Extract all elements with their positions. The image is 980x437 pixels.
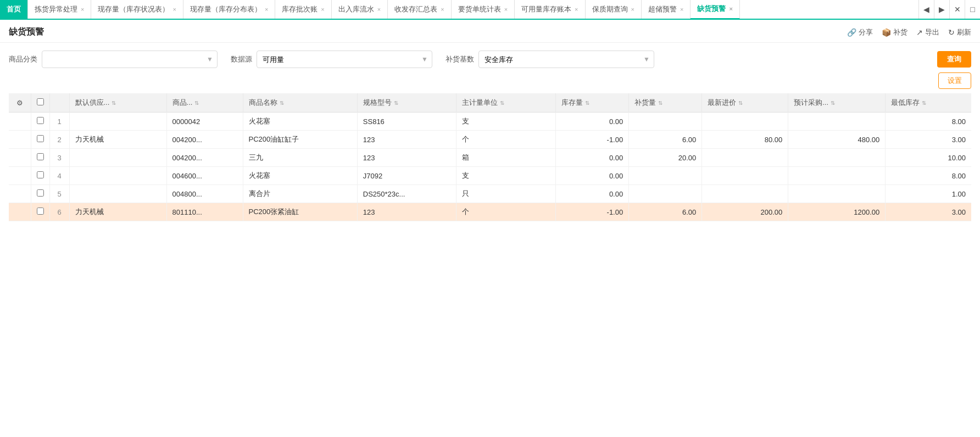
page-title: 缺货预警: [9, 26, 847, 38]
header-actions: 🔗 分享 📦 补货 ↗ 导出 ↻ 刷新: [847, 27, 971, 37]
cell-spec-4: DS250*23c...: [357, 185, 456, 203]
select-all-checkbox[interactable]: [37, 98, 44, 105]
filter-area: 商品分类 ▼ 数据源 可用量 ▼ 补货基数 安全库存: [0, 43, 980, 70]
tab-next-button[interactable]: ▶: [934, 0, 949, 19]
row-checkbox-2[interactable]: [31, 149, 49, 167]
row-checkbox-0[interactable]: [31, 113, 49, 131]
checkbox-input-1[interactable]: [37, 135, 44, 142]
column-header-unit[interactable]: 主计量单位⇅: [456, 93, 556, 113]
checkbox-input-2[interactable]: [37, 153, 44, 160]
tab-shortage_warning[interactable]: 缺货预警 ×: [691, 0, 739, 19]
column-header-latest-price[interactable]: 最新进价⇅: [702, 93, 788, 113]
sort-icon-est: ⇅: [831, 100, 835, 106]
column-header-product-name[interactable]: 商品名称⇅: [243, 93, 357, 113]
cell-unit-3: 支: [456, 167, 556, 185]
cell-spec-0: SS816: [357, 113, 456, 131]
table-row: 6力天机械801110...PC200张紧油缸123个-1.006.00200.…: [9, 203, 971, 221]
column-header-product-code[interactable]: 商品...⇅: [166, 93, 243, 113]
row-checkbox-3[interactable]: [31, 167, 49, 185]
datasource-select[interactable]: 可用量: [257, 51, 432, 68]
share-icon: 🔗: [847, 28, 856, 37]
tab-close-collect_summary[interactable]: ×: [441, 6, 444, 13]
tab-collect_summary[interactable]: 收发存汇总表 ×: [388, 0, 451, 19]
share-button[interactable]: 🔗 分享: [847, 27, 873, 37]
row-num-5: 6: [49, 203, 69, 221]
column-header-gear[interactable]: ⚙: [9, 93, 31, 113]
row-checkbox-5[interactable]: [31, 203, 49, 221]
tab-close-available_ledger[interactable]: ×: [575, 6, 578, 13]
cell-replenish_qty-1: 6.00: [629, 131, 702, 149]
tab-close-stock_status[interactable]: ×: [172, 6, 176, 13]
table-row: 4004600...火花塞J7092支0.008.00: [9, 167, 971, 185]
datasource-select-wrapper: 可用量 ▼: [257, 51, 432, 68]
tab-maximize-button[interactable]: □: [965, 0, 980, 19]
export-label: 导出: [925, 27, 939, 37]
cell-min_stock-0: 8.00: [886, 113, 971, 131]
cell-product_name-4: 离合片: [243, 185, 357, 203]
settings-button[interactable]: 设置: [938, 72, 971, 89]
column-header-min-stock[interactable]: 最低库存⇅: [886, 93, 971, 113]
tab-close-button[interactable]: ✕: [949, 0, 965, 19]
column-header-default-supplier[interactable]: 默认供应...⇅: [69, 93, 166, 113]
sort-icon-replenish: ⇅: [658, 100, 662, 106]
tab-close-order_stats[interactable]: ×: [504, 6, 508, 13]
column-header-stock-qty[interactable]: 库存量⇅: [556, 93, 629, 113]
replenish-button[interactable]: 📦 补货: [882, 27, 907, 37]
tab-close-batch_account[interactable]: ×: [321, 6, 324, 13]
replenish-base-select[interactable]: 安全库存: [478, 51, 654, 68]
category-select[interactable]: [42, 51, 218, 68]
row-checkbox-4[interactable]: [31, 185, 49, 203]
cell-stock_qty-3: 0.00: [556, 167, 629, 185]
cell-product_name-3: 火花塞: [243, 167, 357, 185]
cell-default_supplier-0: [69, 113, 166, 131]
filter-group-category: 商品分类 ▼: [9, 51, 218, 68]
cell-stock_qty-4: 0.00: [556, 185, 629, 203]
cell-latest_price-2: [702, 149, 788, 167]
tab-close-overstock_warning[interactable]: ×: [680, 6, 683, 13]
query-button[interactable]: 查询: [937, 51, 971, 68]
sort-icon-unit: ⇅: [500, 100, 504, 106]
cell-latest_price-0: [702, 113, 788, 131]
cell-stock_qty-1: -1.00: [556, 131, 629, 149]
checkbox-input-0[interactable]: [37, 117, 44, 124]
cell-est_purchase-4: [788, 185, 886, 203]
cell-product_name-1: PC200油缸缸子: [243, 131, 357, 149]
tab-close-inout_flow[interactable]: ×: [377, 6, 381, 13]
tab-overstock_warning[interactable]: 超储预警 ×: [642, 0, 691, 19]
tab-expiry_query[interactable]: 保质期查询 ×: [586, 0, 642, 19]
checkbox-input-3[interactable]: [37, 171, 44, 178]
tab-home[interactable]: 首页: [0, 0, 28, 19]
tab-close-shortage_warning[interactable]: ×: [729, 5, 732, 12]
tab-prev-button[interactable]: ◀: [918, 0, 934, 19]
checkbox-input-5[interactable]: [37, 208, 44, 215]
tab-picking_exception[interactable]: 拣货异常处理 ×: [28, 0, 91, 19]
checkbox-input-4[interactable]: [37, 189, 44, 197]
cell-latest_price-5: 200.00: [702, 203, 788, 221]
row-checkbox-1[interactable]: [31, 131, 49, 149]
tab-close-expiry_query[interactable]: ×: [631, 6, 634, 13]
cell-product_name-0: 火花塞: [243, 113, 357, 131]
column-header-spec[interactable]: 规格型号⇅: [357, 93, 456, 113]
tab-order_stats[interactable]: 要货单统计表 ×: [452, 0, 515, 19]
replenish-icon: 📦: [882, 28, 891, 37]
tab-close-picking_exception[interactable]: ×: [81, 6, 84, 13]
cell-stock_qty-2: 0.00: [556, 149, 629, 167]
cell-product_name-5: PC200张紧油缸: [243, 203, 357, 221]
column-header-est-purchase[interactable]: 预计采购...⇅: [788, 93, 886, 113]
export-button[interactable]: ↗ 导出: [916, 27, 939, 37]
column-header-replenish-qty[interactable]: 补货量⇅: [629, 93, 702, 113]
tab-available_ledger[interactable]: 可用量库存账本 ×: [515, 0, 585, 19]
cell-product_code-5: 801110...: [166, 203, 243, 221]
tab-inout_flow[interactable]: 出入库流水 ×: [332, 0, 388, 19]
tab-stock_dist[interactable]: 现存量（库存分布表） ×: [183, 0, 275, 19]
cell-replenish_qty-4: [629, 185, 702, 203]
tab-close-stock_dist[interactable]: ×: [265, 6, 268, 13]
tab-batch_account[interactable]: 库存批次账 ×: [275, 0, 331, 19]
cell-est_purchase-2: [788, 149, 886, 167]
cell-unit-5: 个: [456, 203, 556, 221]
refresh-button[interactable]: ↻ 刷新: [948, 27, 971, 37]
table-row: 2力天机械004200...PC200油缸缸子123个-1.006.0080.0…: [9, 131, 971, 149]
tab-stock_status[interactable]: 现存量（库存状况表） ×: [91, 0, 183, 19]
cell-replenish_qty-0: [629, 113, 702, 131]
cell-min_stock-5: 3.00: [886, 203, 971, 221]
